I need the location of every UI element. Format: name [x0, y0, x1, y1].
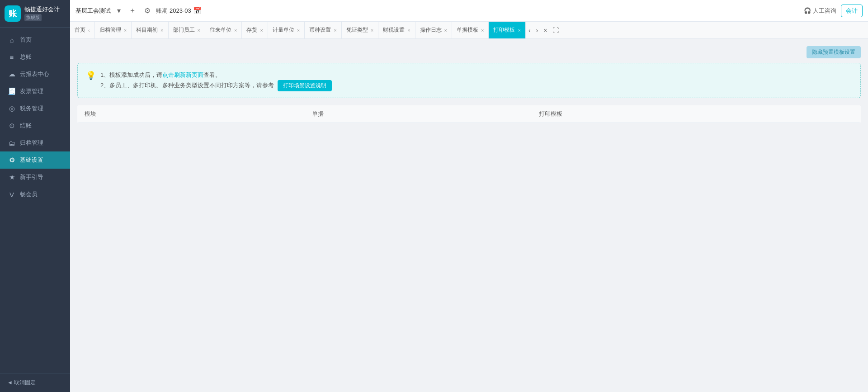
settings-gear-btn[interactable]: ⚙	[142, 5, 152, 17]
sidebar-item-ledger-label: 总账	[20, 53, 32, 61]
tab-archive[interactable]: 归档管理 ×	[95, 22, 132, 39]
tab-print[interactable]: 打印模板 ×	[489, 22, 525, 39]
explain-btn[interactable]: 打印场景设置说明	[278, 80, 332, 91]
topbar-right: 🎧 人工咨询 会计	[804, 5, 863, 17]
sidebar-item-member[interactable]: V 畅会员	[0, 186, 70, 203]
tab-receipt[interactable]: 单据模板 ×	[452, 22, 489, 39]
tab-oplog-close[interactable]: ×	[444, 28, 447, 33]
tab-print-label: 打印模板	[493, 26, 515, 34]
info-line1-post: 查看。	[203, 71, 221, 78]
tab-expand-btn[interactable]: ⛶	[550, 22, 561, 39]
sidebar-nav: ⌂ 首页 ≡ 总账 ☁ 云报表中心 🧾 发票管理 ◎ 税务管理 ⊙ 结账 🗂 归…	[0, 28, 70, 373]
tab-subject-close[interactable]: ×	[160, 28, 163, 33]
tab-oplog-label: 操作日志	[420, 26, 442, 34]
calendar-icon[interactable]: 📅	[193, 7, 202, 15]
sidebar-item-reports[interactable]: ☁ 云报表中心	[0, 66, 70, 83]
info-content: 1、模板添加成功后，请点击刷新新页面查看。 2、多员工、多打印机、多种业务类型设…	[100, 70, 332, 91]
sidebar-item-archive[interactable]: 🗂 归档管理	[0, 134, 70, 151]
sidebar: 账 畅捷通好会计 旗舰版 ⌂ 首页 ≡ 总账 ☁ 云报表中心 🧾 发票管理 ◎ …	[0, 0, 70, 392]
company-name-text: 基层工会测试	[75, 7, 111, 15]
sidebar-item-home-label: 首页	[20, 36, 32, 44]
sidebar-unpin-btn[interactable]: ◄ 取消固定	[0, 373, 70, 392]
tab-next-btn[interactable]: ›	[533, 22, 541, 39]
tab-prev-btn[interactable]: ‹	[526, 22, 533, 39]
headset-icon: 🎧	[804, 7, 811, 14]
sidebar-logo: 账 畅捷通好会计 旗舰版	[0, 0, 70, 28]
tab-dept[interactable]: 部门员工 ×	[169, 22, 205, 39]
settings-icon: ⚙	[7, 156, 16, 164]
logo-title: 畅捷通好会计	[24, 6, 60, 14]
tab-partner[interactable]: 往来单位 ×	[205, 22, 242, 39]
sidebar-item-closing[interactable]: ⊙ 结账	[0, 117, 70, 134]
sidebar-item-home[interactable]: ⌂ 首页	[0, 31, 70, 48]
sidebar-item-ledger[interactable]: ≡ 总账	[0, 48, 70, 66]
info-line2-pre: 2、多员工、多打印机、多种业务类型设置不同打印方案等，请参考	[100, 82, 274, 89]
tab-home-label: 首页	[75, 26, 85, 34]
bulb-icon: 💡	[86, 71, 96, 80]
sidebar-item-tax-label: 税务管理	[20, 104, 43, 113]
tab-inventory[interactable]: 存货 ×	[242, 22, 268, 39]
sidebar-item-member-label: 畅会员	[20, 190, 38, 198]
tab-measure-label: 计量单位	[273, 26, 294, 34]
tab-dept-close[interactable]: ×	[198, 28, 200, 33]
tab-currency[interactable]: 币种设置 ×	[305, 22, 341, 39]
tab-taxsetting[interactable]: 财税设置 ×	[378, 22, 415, 39]
tab-measure[interactable]: 计量单位 ×	[268, 22, 305, 39]
archive-icon: 🗂	[7, 139, 16, 147]
table-header-module: 模块	[77, 105, 305, 123]
dropdown-btn[interactable]: ▾	[115, 5, 123, 17]
kuaiji-btn[interactable]: 会计	[841, 5, 863, 17]
invoice-icon: 🧾	[7, 87, 16, 95]
support-btn[interactable]: 🎧 人工咨询	[804, 7, 836, 15]
tab-voucher-label: 凭证类型	[346, 26, 368, 34]
tab-archive-label: 归档管理	[99, 26, 121, 34]
sidebar-item-settings-label: 基础设置	[20, 156, 43, 164]
info-line1-pre: 1、模板添加成功后，请	[100, 71, 162, 78]
tab-inventory-label: 存货	[246, 26, 257, 34]
topbar: 基层工会测试 ▾ ＋ ⚙ 账期 2023-03 📅 🎧 人工咨询 会计	[70, 0, 868, 22]
logo-badge: 旗舰版	[24, 14, 42, 21]
member-icon: V	[7, 191, 16, 198]
company-name: 基层工会测试	[75, 7, 111, 15]
print-template-table: 模块 单据 打印模板	[77, 105, 861, 123]
info-line2: 2、多员工、多打印机、多种业务类型设置不同打印方案等，请参考 打印场景设置说明	[100, 80, 332, 91]
tab-currency-close[interactable]: ×	[334, 28, 336, 33]
tab-archive-close[interactable]: ×	[124, 28, 127, 33]
tab-home[interactable]: 首页 ‹	[70, 22, 95, 39]
closing-icon: ⊙	[7, 122, 16, 130]
sidebar-item-invoice[interactable]: 🧾 发票管理	[0, 83, 70, 100]
sidebar-item-invoice-label: 发票管理	[20, 87, 43, 95]
tab-currency-label: 币种设置	[309, 26, 331, 34]
tab-taxsetting-label: 财税设置	[383, 26, 405, 34]
guide-icon: ★	[7, 173, 16, 181]
sidebar-item-guide[interactable]: ★ 新手引导	[0, 169, 70, 186]
main-area: 基层工会测试 ▾ ＋ ⚙ 账期 2023-03 📅 🎧 人工咨询 会计 首页 ‹…	[70, 0, 868, 392]
tab-close-all-btn[interactable]: ×	[541, 22, 550, 39]
ledger-icon: ≡	[7, 53, 16, 61]
tab-subject[interactable]: 科目期初 ×	[132, 22, 168, 39]
tab-voucher-close[interactable]: ×	[371, 28, 373, 33]
tab-print-close[interactable]: ×	[518, 28, 520, 33]
tab-dept-label: 部门员工	[173, 26, 195, 34]
hide-preview-btn[interactable]: 隐藏预置模板设置	[807, 46, 861, 58]
content-area: 隐藏预置模板设置 💡 1、模板添加成功后，请点击刷新新页面查看。 2、多员工、多…	[70, 39, 868, 392]
sidebar-item-settings[interactable]: ⚙ 基础设置	[0, 151, 70, 169]
tab-measure-close[interactable]: ×	[297, 28, 300, 33]
add-company-btn[interactable]: ＋	[127, 4, 138, 17]
tab-home-nav: ‹	[88, 28, 90, 33]
tab-inventory-close[interactable]: ×	[260, 28, 263, 33]
tab-oplog[interactable]: 操作日志 ×	[415, 22, 452, 39]
sidebar-item-tax[interactable]: ◎ 税务管理	[0, 100, 70, 117]
refresh-link[interactable]: 点击刷新新页面	[162, 71, 203, 78]
tab-partner-label: 往来单位	[210, 26, 231, 34]
tab-taxsetting-close[interactable]: ×	[407, 28, 410, 33]
tab-receipt-label: 单据模板	[457, 26, 478, 34]
reports-icon: ☁	[7, 70, 16, 78]
topbar-actions: ▾ ＋ ⚙	[115, 4, 152, 17]
tab-receipt-close[interactable]: ×	[481, 28, 484, 33]
home-icon: ⌂	[7, 36, 16, 44]
info-line1: 1、模板添加成功后，请点击刷新新页面查看。	[100, 70, 332, 80]
tab-voucher[interactable]: 凭证类型 ×	[342, 22, 378, 39]
sidebar-item-guide-label: 新手引导	[20, 173, 43, 181]
tab-partner-close[interactable]: ×	[234, 28, 237, 33]
